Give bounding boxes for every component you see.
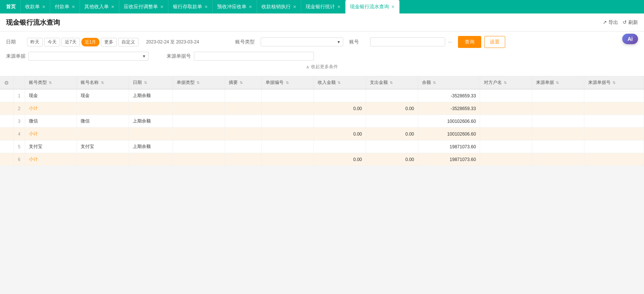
close-icon[interactable]: ✕ (391, 4, 395, 9)
date-btn-yesterday[interactable]: 昨天 (27, 38, 43, 46)
export-button[interactable]: ↗ 导出 (603, 19, 618, 26)
table-cell (366, 89, 418, 102)
table-cell (262, 153, 314, 166)
table-cell: 1 (14, 89, 25, 102)
table-cell (0, 128, 14, 140)
date-options: 昨天 今天 近7天 近1月 更多 自定义 (27, 38, 138, 46)
table-cell (0, 153, 14, 166)
top-navigation: 首页 收款单 ✕ 付款单 ✕ 其他收入单 ✕ 应收应付调整单 ✕ 银行存取款单 … (0, 0, 644, 13)
table-cell (129, 153, 173, 166)
table-cell: 100102606.60 (418, 128, 480, 140)
sort-icon: ⇅ (144, 81, 147, 85)
table-cell (0, 115, 14, 128)
sort-icon: ⇅ (197, 81, 200, 85)
th-account-name[interactable]: 账号名称 ⇅ (77, 76, 129, 89)
th-summary[interactable]: 摘要 ⇅ (225, 76, 261, 89)
table-cell: 19871073.60 (418, 140, 480, 153)
th-doc-type[interactable]: 单据类型 ⇅ (173, 76, 225, 89)
close-icon[interactable]: ✕ (72, 4, 75, 9)
source-doc-no-input[interactable] (194, 52, 314, 61)
table-cell: 6 (14, 153, 25, 166)
account-input[interactable] (370, 37, 445, 46)
close-icon[interactable]: ✕ (160, 4, 164, 9)
source-doc-select[interactable]: ▾ (29, 52, 149, 61)
nav-tab-yushouchong[interactable]: 预收冲应收单 ✕ (213, 0, 257, 13)
table-cell (225, 115, 261, 128)
date-btn-more[interactable]: 更多 (101, 38, 117, 46)
table-cell: 0.00 (314, 102, 366, 115)
table-cell: 0.00 (366, 153, 418, 166)
table-cell (314, 140, 366, 153)
table-cell (480, 140, 532, 153)
sort-icon: ⇅ (49, 81, 52, 85)
table-cell: -3528659.33 (418, 102, 480, 115)
collapse-icon: ∧ (306, 64, 309, 70)
th-source-doc-no[interactable]: 来源单据号 ⇅ (584, 76, 644, 89)
th-income[interactable]: 收入金额 ⇅ (314, 76, 366, 89)
table-row: 2小计0.000.00-3528659.33 (0, 102, 644, 115)
table-cell: 上期余额 (129, 140, 173, 153)
sort-icon: ⇅ (612, 81, 615, 85)
nav-tab-shoudan[interactable]: 收款单 ✕ (21, 0, 50, 13)
nav-tab-qitashouru[interactable]: 其他收入单 ✕ (80, 0, 119, 13)
date-range-display: 2023-02-24 至 2023-03-24 (146, 39, 199, 45)
refresh-button[interactable]: ↺ 刷新 (623, 19, 638, 26)
nav-tab-fudan[interactable]: 付款单 ✕ (50, 0, 80, 13)
date-label: 日期 (6, 39, 21, 45)
close-icon[interactable]: ✕ (42, 4, 45, 9)
table-cell (173, 102, 225, 115)
nav-tab-shouquanxiaohuo[interactable]: 收款核销执行 ✕ (257, 0, 301, 13)
table-row: 4小计0.000.00100102606.60 (0, 128, 644, 140)
nav-tab-yinhangcunqu[interactable]: 银行存取款单 ✕ (168, 0, 213, 13)
gear-icon[interactable]: ⚙ (4, 80, 9, 86)
settings-button[interactable]: 设置 (484, 36, 505, 48)
sort-icon: ⇅ (504, 81, 507, 85)
th-balance[interactable]: 余额 ⇅ (418, 76, 480, 89)
nav-tab-xianjinyinhang[interactable]: 现金银行统计 ✕ (301, 0, 345, 13)
table-cell: 100102606.60 (418, 115, 480, 128)
chevron-down-icon: ▾ (338, 39, 340, 45)
date-btn-1month[interactable]: 近1月 (81, 38, 100, 46)
filter-row-2: 来源单据 ▾ 来源单据号 (6, 52, 638, 61)
account-input-wrapper: ··· (370, 37, 452, 46)
table-cell (262, 102, 314, 115)
th-source-doc[interactable]: 来源单据 ⇅ (532, 76, 584, 89)
th-doc-no[interactable]: 单据编号 ⇅ (262, 76, 314, 89)
source-doc-label: 来源单据 (6, 53, 26, 60)
filter-row-1: 日期 昨天 今天 近7天 近1月 更多 自定义 2023-02-24 至 202… (6, 36, 638, 48)
more-icon[interactable]: ··· (448, 39, 452, 45)
filter-actions: 查询 设置 (458, 36, 505, 48)
table-cell: 4 (14, 128, 25, 140)
collapse-bar[interactable]: ∧ 收起更多条件 (6, 62, 638, 73)
account-type-label: 账号类型 (235, 39, 255, 45)
th-expense[interactable]: 支出金额 ⇅ (366, 76, 418, 89)
date-btn-7days[interactable]: 近7天 (62, 38, 80, 46)
close-icon[interactable]: ✕ (337, 4, 341, 9)
table-row: 5支付宝支付宝上期余额19871073.60 (0, 140, 644, 153)
table-cell (0, 140, 14, 153)
sort-icon: ⇅ (101, 81, 104, 85)
nav-tab-liushui[interactable]: 现金银行流水查询 ✕ (345, 0, 399, 13)
close-icon[interactable]: ✕ (204, 4, 208, 9)
close-icon[interactable]: ✕ (111, 4, 114, 9)
table-cell (532, 140, 584, 153)
table-cell (480, 128, 532, 140)
table-row: 6小计0.000.0019871073.60 (0, 153, 644, 166)
close-icon[interactable]: ✕ (249, 4, 252, 9)
ai-badge[interactable]: Ai (622, 34, 638, 44)
nav-tab-yingshouyingfu[interactable]: 应收应付调整单 ✕ (119, 0, 168, 13)
th-counterpart[interactable]: 对方户名 ⇅ (480, 76, 532, 89)
table-cell: 支付宝 (77, 140, 129, 153)
close-icon[interactable]: ✕ (293, 4, 296, 9)
table-cell (173, 115, 225, 128)
sort-icon: ⇅ (240, 81, 243, 85)
th-date[interactable]: 日期 ⇅ (129, 76, 173, 89)
date-btn-today[interactable]: 今天 (44, 38, 60, 46)
query-button[interactable]: 查询 (458, 36, 481, 48)
date-btn-custom[interactable]: 自定义 (118, 38, 138, 46)
nav-home[interactable]: 首页 (2, 0, 21, 13)
table-cell: 小计 (25, 102, 77, 115)
account-type-select[interactable]: ▾ (261, 37, 343, 46)
th-account-type[interactable]: 账号类型 ⇅ (25, 76, 77, 89)
table-cell (225, 140, 261, 153)
